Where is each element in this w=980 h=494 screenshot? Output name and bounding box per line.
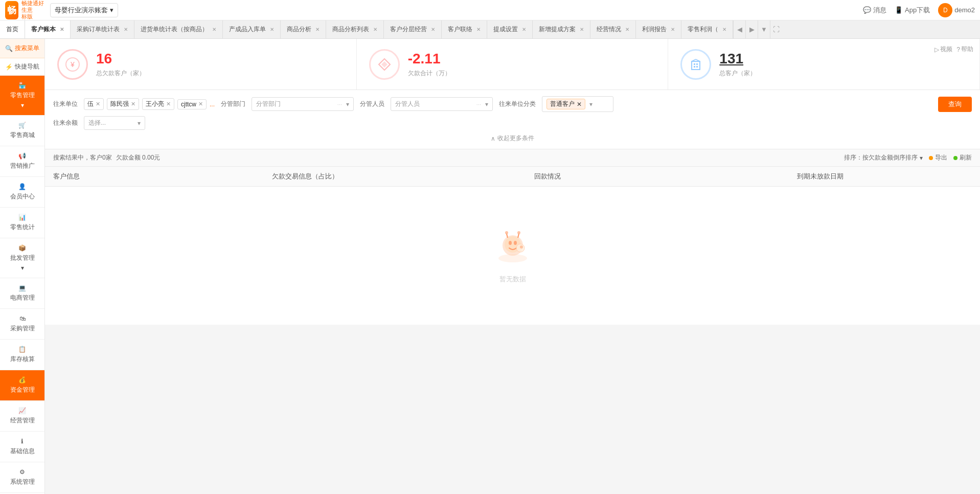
dept-more-icon: ··· xyxy=(337,101,342,107)
yen-icon: ¥ xyxy=(65,57,80,72)
tab-close-icon[interactable]: ✕ xyxy=(522,27,526,32)
col-debt-header: 欠款交易信息（占比） xyxy=(272,172,534,181)
tab-close-icon[interactable]: ✕ xyxy=(270,27,274,32)
svg-point-19 xyxy=(517,231,520,234)
sidebar-item-ecommerce[interactable]: 💻 电商管理 xyxy=(0,278,44,309)
help-btn[interactable]: ? 帮助 xyxy=(956,45,973,54)
unit-tag-3: 王小亮 ✕ xyxy=(142,98,174,110)
sort-select[interactable]: 排序：按欠款金额倒序排序 ▾ xyxy=(844,153,923,162)
sidebar-wholesale-label: 批发管理 xyxy=(10,254,35,262)
stat-number-total: -2.11 xyxy=(408,51,451,67)
tab-customer-layer[interactable]: 客户分层经营 ✕ xyxy=(384,20,442,39)
stat-label-customers: 总客户（家） xyxy=(719,69,756,78)
retail-stat-icon: 📊 xyxy=(18,214,26,221)
table-header: 客户信息 欠款交易信息（占比） 回款情况 到期未放款日期 xyxy=(45,167,980,187)
sidebar-item-stock[interactable]: 📋 库存核算 xyxy=(0,340,44,370)
sidebar-item-operation[interactable]: 📈 经营管理 xyxy=(0,401,44,432)
tab-fullscreen-btn[interactable]: ⛶ xyxy=(770,20,782,39)
remainder-arrow-icon: ▾ xyxy=(138,120,141,127)
tab-profit[interactable]: 利润报告 ✕ xyxy=(636,20,681,39)
sidebar-arrow-icon: ▾ xyxy=(21,102,24,109)
tab-close-icon[interactable]: ✕ xyxy=(431,27,435,32)
tab-goods-list[interactable]: 商品分析列表 ✕ xyxy=(326,20,384,39)
sidebar-item-wholesale[interactable]: 📦 批发管理 ▾ xyxy=(0,238,44,278)
tab-home[interactable]: 首页 xyxy=(0,20,25,39)
sidebar-item-finance[interactable]: 💰 资金管理 xyxy=(0,370,44,401)
tab-close-icon[interactable]: ✕ xyxy=(580,27,584,32)
svg-marker-3 xyxy=(381,61,388,68)
sidebar-retail-label: 零售管理 xyxy=(10,91,35,100)
tag-close-1[interactable]: ✕ xyxy=(96,101,100,107)
basic-info-icon: ℹ xyxy=(21,438,24,445)
export-label: 导出 xyxy=(935,153,947,162)
tag-close-3[interactable]: ✕ xyxy=(166,101,171,107)
tab-collapse-btn[interactable]: ▼ xyxy=(758,20,770,39)
tab-close-icon[interactable]: ✕ xyxy=(60,27,64,32)
video-btn[interactable]: ▷ 视频 xyxy=(935,45,952,54)
tab-close-icon[interactable]: ✕ xyxy=(124,27,128,32)
message-btn[interactable]: 💬 消息 xyxy=(863,6,886,15)
tab-close-icon[interactable]: ✕ xyxy=(476,27,481,32)
sidebar-item-retail[interactable]: 🏪 零售管理 ▾ xyxy=(0,76,44,116)
stat-number-debt: 16 xyxy=(96,51,145,67)
stat-info-debt: 16 总欠款客户（家） xyxy=(96,51,145,78)
tab-add-commission[interactable]: 新增提成方案 ✕ xyxy=(533,20,590,39)
workspace-selector[interactable]: 母婴行业演示账套 ▾ xyxy=(50,3,118,17)
sidebar-item-retail-stat[interactable]: 📊 零售统计 xyxy=(0,208,44,238)
sidebar-search[interactable]: 🔍 搜索菜单 xyxy=(0,39,44,58)
tab-close-icon[interactable]: ✕ xyxy=(315,27,320,32)
tab-close-icon[interactable]: ✕ xyxy=(212,27,216,32)
unit-class-tag-close[interactable]: ✕ xyxy=(577,101,582,108)
svg-point-14 xyxy=(509,241,512,245)
unit-class-select[interactable]: 普通客户 ✕ ▾ xyxy=(542,96,613,112)
tab-close-icon[interactable]: ✕ xyxy=(722,27,726,32)
help-icon: ? xyxy=(956,46,960,53)
result-actions: 排序：按欠款金额倒序排序 ▾ 导出 刷新 xyxy=(844,153,972,162)
tab-close-icon[interactable]: ✕ xyxy=(671,27,675,32)
tab-commission[interactable]: 提成设置 ✕ xyxy=(487,20,533,39)
tag-close-4[interactable]: ✕ xyxy=(198,101,203,107)
tab-operation[interactable]: 经营情况 ✕ xyxy=(590,20,636,39)
person-select[interactable]: 分管人员 ··· ▾ xyxy=(391,97,493,111)
tab-product-in[interactable]: 产成品入库单 ✕ xyxy=(223,20,281,39)
empty-icon xyxy=(492,228,533,268)
empty-state: 暂无数据 xyxy=(45,187,980,325)
user-area[interactable]: D demo2 xyxy=(938,3,975,17)
tab-close-icon[interactable]: ✕ xyxy=(373,27,377,32)
empty-text: 暂无数据 xyxy=(499,275,526,284)
sidebar-item-system[interactable]: ⚙ 系统管理 xyxy=(0,462,44,493)
tab-close-icon[interactable]: ✕ xyxy=(625,27,629,32)
tab-customer-contact[interactable]: 客户联络 ✕ xyxy=(442,20,487,39)
person-more-icon: ··· xyxy=(476,101,481,107)
unit-tag-1: 伍 ✕ xyxy=(84,98,104,110)
sidebar-retail-stat-label: 零售统计 xyxy=(10,223,35,232)
remainder-select[interactable]: 选择... ▾ xyxy=(84,116,145,130)
tab-purchase-order[interactable]: 采购订单统计表 ✕ xyxy=(71,20,134,39)
dept-select[interactable]: 分管部门 ··· ▾ xyxy=(252,97,354,111)
sidebar-item-purchase[interactable]: 🛍 采购管理 xyxy=(0,309,44,340)
quick-nav-icon: ⚡ xyxy=(5,63,13,71)
sidebar-item-retail-shop[interactable]: 🛒 零售商城 xyxy=(0,116,44,146)
sidebar-quick-nav[interactable]: ⚡ 快捷导航 xyxy=(0,58,44,76)
tab-prev-btn[interactable]: ◀ xyxy=(733,20,745,39)
collapse-btn[interactable]: ∧ 收起更多条件 xyxy=(53,134,972,143)
refresh-label: 刷新 xyxy=(960,153,972,162)
export-btn[interactable]: 导出 xyxy=(929,153,947,162)
more-tags-btn[interactable]: ... xyxy=(210,101,215,108)
logo-text: 畅捷通好生意 标版 xyxy=(21,0,46,20)
sidebar-item-marketing[interactable]: 📢 营销推广 xyxy=(0,146,44,177)
refresh-btn[interactable]: 刷新 xyxy=(953,153,972,162)
home-tab-label: 首页 xyxy=(6,25,18,34)
tab-goods-analysis[interactable]: 商品分析 ✕ xyxy=(281,20,326,39)
svg-rect-4 xyxy=(692,61,700,70)
tab-customer-account[interactable]: 客户账本 ✕ xyxy=(25,20,71,39)
query-button[interactable]: 查询 xyxy=(938,97,972,112)
app-download-btn[interactable]: 📱 App下载 xyxy=(895,6,930,15)
tab-stock-stat[interactable]: 进货单统计表（按商品） ✕ xyxy=(134,20,223,39)
tab-purchase-label: 采购订单统计表 xyxy=(77,25,120,34)
tab-retail-profit[interactable]: 零售利润（ ✕ xyxy=(681,20,733,39)
sidebar-item-basic-info[interactable]: ℹ 基础信息 xyxy=(0,432,44,462)
tag-close-2[interactable]: ✕ xyxy=(131,101,135,107)
tab-next-btn[interactable]: ▶ xyxy=(745,20,758,39)
sidebar-item-member[interactable]: 👤 会员中心 xyxy=(0,177,44,208)
